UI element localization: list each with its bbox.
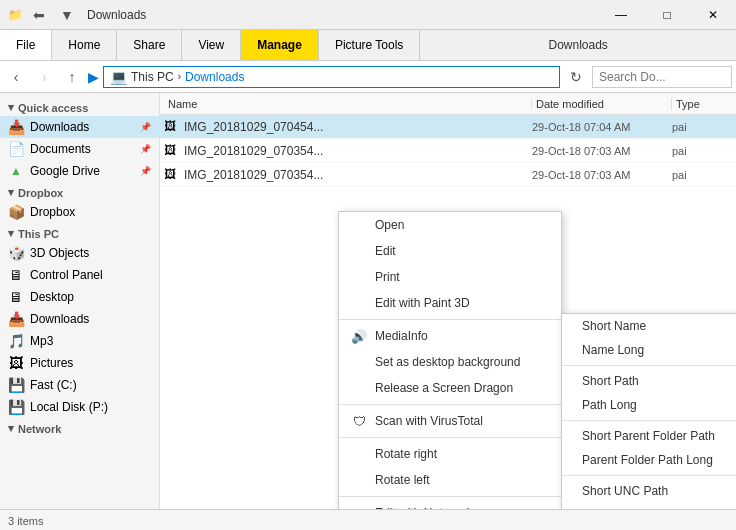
paint3d-icon xyxy=(351,295,367,311)
tab-home[interactable]: Home xyxy=(52,30,117,60)
refresh-button[interactable]: ↻ xyxy=(564,65,588,89)
tab-share[interactable]: Share xyxy=(117,30,182,60)
sub-path-long[interactable]: Path Long xyxy=(562,393,736,417)
ctx-desktop-bg[interactable]: Set as desktop background xyxy=(339,349,561,375)
sidebar-item-desktop[interactable]: 🖥 Desktop xyxy=(0,286,159,308)
nav-arrow-icon: ▶ xyxy=(88,69,99,85)
tab-view[interactable]: View xyxy=(182,30,241,60)
sidebar-label-dropbox: Dropbox xyxy=(30,205,75,219)
ctx-virustotal[interactable]: 🛡 Scan with VirusTotal xyxy=(339,408,561,434)
sidebar-item-googledrive[interactable]: ▲ Google Drive 📌 xyxy=(0,160,159,182)
notepadpp-icon xyxy=(351,505,367,509)
close-button[interactable]: ✕ xyxy=(690,0,736,30)
quick-access-btn[interactable]: ⬅ xyxy=(27,3,51,27)
ctx-rotateleft-label: Rotate left xyxy=(375,473,430,487)
sub-short-name[interactable]: Short Name xyxy=(562,314,736,338)
screen-dragon-icon xyxy=(351,380,367,396)
sidebar-item-mp3[interactable]: 🎵 Mp3 xyxy=(0,330,159,352)
title-bar: 📁 ⬅ ▼ Downloads — □ ✕ xyxy=(0,0,736,30)
sub-short-path[interactable]: Short Path xyxy=(562,369,736,393)
ctx-sep3 xyxy=(339,437,561,438)
status-text: 3 items xyxy=(8,515,43,527)
sidebar-item-localp[interactable]: 💾 Local Disk (P:) xyxy=(0,396,159,418)
3dobjects-icon: 🎲 xyxy=(8,245,24,261)
ctx-paint3d-label: Edit with Paint 3D xyxy=(375,296,470,310)
pin-icon3: 📌 xyxy=(140,166,151,176)
sub-sep2 xyxy=(562,420,736,421)
ctx-mediainfo[interactable]: 🔊 MediaInfo xyxy=(339,323,561,349)
sub-sep3 xyxy=(562,475,736,476)
chevron-thispc: ▾ xyxy=(8,227,14,240)
up-button[interactable]: ↑ xyxy=(60,65,84,89)
sub-unc-long[interactable]: UNC Path Long xyxy=(562,503,736,509)
ctx-rotate-left[interactable]: Rotate left xyxy=(339,467,561,493)
sidebar-item-controlpanel[interactable]: 🖥 Control Panel xyxy=(0,264,159,286)
pin-icon: 📌 xyxy=(140,122,151,132)
path-copy-submenu: Short Name Name Long Short Path Path Lon… xyxy=(561,313,736,509)
sub-sep1 xyxy=(562,365,736,366)
ctx-edit[interactable]: Edit xyxy=(339,238,561,264)
col-type-header[interactable]: Type xyxy=(672,98,732,110)
file-icon-2: 🖼 xyxy=(164,143,180,159)
sub-short-parent[interactable]: Short Parent Folder Path xyxy=(562,424,736,448)
tab-manage[interactable]: Manage xyxy=(241,30,319,60)
sidebar-label-downloads2: Downloads xyxy=(30,312,89,326)
address-input[interactable]: 💻 This PC › Downloads xyxy=(103,66,560,88)
sidebar-item-fastc[interactable]: 💾 Fast (C:) xyxy=(0,374,159,396)
ctx-notepadpp[interactable]: Edit with Notepad++ xyxy=(339,500,561,509)
context-menu: Open Edit Print Edit with Paint 3D 🔊 Med… xyxy=(338,211,562,509)
tab-picture-tools[interactable]: Picture Tools xyxy=(319,30,420,60)
file-row-2[interactable]: 🖼 IMG_20181029_070354... 29-Oct-18 07:03… xyxy=(160,139,736,163)
sidebar-label-googledrive: Google Drive xyxy=(30,164,100,178)
file-row-1[interactable]: 🖼 IMG_20181029_070454... 29-Oct-18 07:04… xyxy=(160,115,736,139)
ctx-screen-dragon[interactable]: Release a Screen Dragon xyxy=(339,375,561,401)
sidebar-group-dropbox[interactable]: ▾ Dropbox xyxy=(0,182,159,201)
rotate-left-icon xyxy=(351,472,367,488)
search-input[interactable] xyxy=(592,66,732,88)
sidebar-item-documents[interactable]: 📄 Documents 📌 xyxy=(0,138,159,160)
col-name-header[interactable]: Name xyxy=(164,98,532,110)
col-date-header[interactable]: Date modified xyxy=(532,98,672,110)
breadcrumb-arrow: › xyxy=(178,71,181,82)
documents-icon: 📄 xyxy=(8,141,24,157)
breadcrumb-thispc[interactable]: This PC xyxy=(131,70,174,84)
folder-icon: 📁 xyxy=(8,8,23,22)
sidebar-label-pictures: Pictures xyxy=(30,356,73,370)
tab-file[interactable]: File xyxy=(0,30,52,60)
sub-parent-long[interactable]: Parent Folder Path Long xyxy=(562,448,736,472)
downloads-icon: 📥 xyxy=(8,119,24,135)
sidebar-group-thispc[interactable]: ▾ This PC xyxy=(0,223,159,242)
controlpanel-icon: 🖥 xyxy=(8,267,24,283)
sidebar-item-3dobjects[interactable]: 🎲 3D Objects xyxy=(0,242,159,264)
sub-short-unc[interactable]: Short UNC Path xyxy=(562,479,736,503)
file-name-3: IMG_20181029_070354... xyxy=(184,168,532,182)
sidebar-item-downloads2[interactable]: 📥 Downloads xyxy=(0,308,159,330)
sidebar-label-fastc: Fast (C:) xyxy=(30,378,77,392)
minimize-button[interactable]: — xyxy=(598,0,644,30)
sidebar-label-3dobjects: 3D Objects xyxy=(30,246,89,260)
file-row-3[interactable]: 🖼 IMG_20181029_070354... 29-Oct-18 07:03… xyxy=(160,163,736,187)
sidebar-group-quickaccess[interactable]: ▾ Quick access xyxy=(0,97,159,116)
sidebar-item-pictures[interactable]: 🖼 Pictures xyxy=(0,352,159,374)
dropbox-icon: 📦 xyxy=(8,204,24,220)
ctx-edit-paint3d[interactable]: Edit with Paint 3D xyxy=(339,290,561,316)
ctx-notepadpp-label: Edit with Notepad++ xyxy=(375,506,483,509)
ctx-print[interactable]: Print xyxy=(339,264,561,290)
ctx-open[interactable]: Open xyxy=(339,212,561,238)
maximize-button[interactable]: □ xyxy=(644,0,690,30)
sub-name-long[interactable]: Name Long xyxy=(562,338,736,362)
localp-icon: 💾 xyxy=(8,399,24,415)
sidebar-group-network[interactable]: ▾ Network xyxy=(0,418,159,437)
desktop-bg-icon xyxy=(351,354,367,370)
quick-access-fwd[interactable]: ▼ xyxy=(55,3,79,27)
file-name-2: IMG_20181029_070354... xyxy=(184,144,532,158)
sidebar-item-downloads[interactable]: 📥 Downloads 📌 xyxy=(0,116,159,138)
forward-button[interactable]: › xyxy=(32,65,56,89)
ctx-rotate-right[interactable]: Rotate right xyxy=(339,441,561,467)
sidebar-item-dropbox[interactable]: 📦 Dropbox xyxy=(0,201,159,223)
ctx-screendragon-label: Release a Screen Dragon xyxy=(375,381,513,395)
ctx-rotateright-label: Rotate right xyxy=(375,447,437,461)
pc-icon: 💻 xyxy=(110,69,127,85)
breadcrumb-downloads[interactable]: Downloads xyxy=(185,70,244,84)
back-button[interactable]: ‹ xyxy=(4,65,28,89)
